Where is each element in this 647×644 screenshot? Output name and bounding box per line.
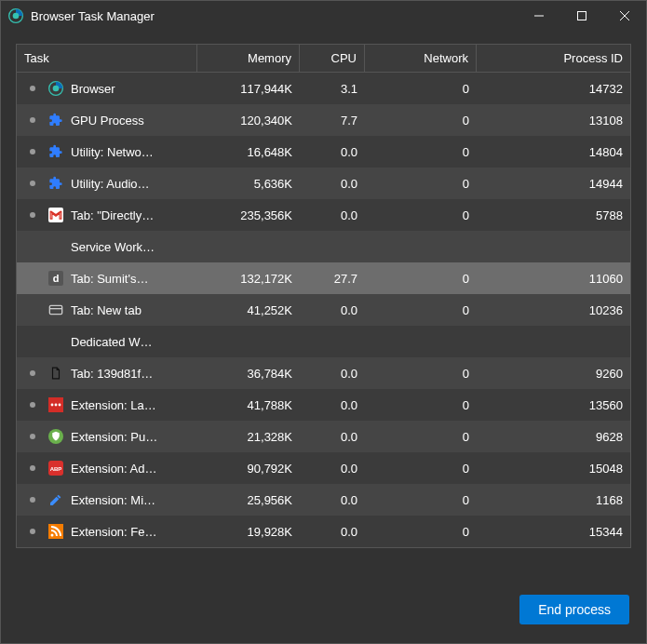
task-manager-window: Browser Task Manager Task Memory CPU Net… — [0, 0, 647, 644]
gmail-icon — [48, 208, 63, 222]
cell-task: Browser — [17, 81, 197, 96]
cell-task: dTab: Sumit's… — [17, 271, 197, 286]
cell-task: Extension: Pu… — [17, 429, 197, 444]
task-name: Tab: Sumit's… — [71, 272, 197, 286]
cell-cpu: 27.7 — [300, 262, 365, 294]
cell-cpu: 0.0 — [300, 484, 365, 516]
table-row[interactable]: Extension: La…41,788K0.0013560 — [17, 389, 630, 421]
cell-pid — [477, 326, 630, 357]
cell-pid: 5788 — [477, 199, 630, 231]
window-title: Browser Task Manager — [31, 9, 155, 23]
cell-task: Tab: "Directly… — [17, 208, 197, 222]
cell-cpu — [300, 326, 365, 357]
app-icon — [8, 8, 23, 23]
cell-memory: 235,356K — [197, 199, 300, 231]
col-header-cpu[interactable]: CPU — [300, 45, 365, 72]
cell-memory: 117,944K — [197, 73, 300, 104]
cell-memory: 120,340K — [197, 104, 300, 136]
task-name: Tab: New tab — [71, 303, 197, 317]
cell-memory: 19,928K — [197, 516, 300, 547]
cell-pid: 14804 — [477, 136, 630, 168]
table-row[interactable]: Dedicated W… — [17, 326, 630, 357]
lastpass-icon — [48, 397, 63, 412]
table-row[interactable]: Tab: "Directly…235,356K0.005788 — [17, 199, 630, 231]
abp-icon: ABP — [48, 461, 63, 476]
row-bullet — [24, 402, 41, 408]
table-row[interactable]: Tab: 139d81f…36,784K0.009260 — [17, 357, 630, 389]
cell-network — [365, 231, 477, 262]
footer: End process — [1, 576, 646, 643]
svg-text:ABP: ABP — [50, 466, 62, 472]
table-row[interactable]: dTab: Sumit's…132,172K27.7011060 — [17, 262, 630, 294]
end-process-button[interactable]: End process — [519, 595, 629, 624]
shield-icon — [48, 429, 63, 444]
puzzle-icon — [48, 144, 63, 159]
table-row[interactable]: Browser117,944K3.1014732 — [17, 73, 630, 104]
close-button[interactable] — [603, 1, 646, 31]
task-table: Task Memory CPU Network Process ID Brows… — [16, 44, 631, 548]
cell-memory: 41,252K — [197, 294, 300, 326]
cell-cpu: 0.0 — [300, 357, 365, 389]
cell-cpu: 3.1 — [300, 73, 365, 104]
cell-pid — [477, 231, 630, 262]
table-row[interactable]: Service Work… — [17, 231, 630, 262]
cell-cpu: 7.7 — [300, 104, 365, 136]
cell-cpu: 0.0 — [300, 199, 365, 231]
table-row[interactable]: Utility: Audio…5,636K0.0014944 — [17, 168, 630, 199]
cell-memory — [197, 326, 300, 357]
blank-icon — [48, 239, 63, 254]
grid-icon — [48, 302, 63, 317]
cell-cpu: 0.0 — [300, 168, 365, 199]
cell-pid: 10236 — [477, 294, 630, 326]
cell-network: 0 — [365, 452, 477, 484]
svg-point-13 — [55, 404, 58, 407]
cell-pid: 15048 — [477, 452, 630, 484]
cell-network: 0 — [365, 199, 477, 231]
row-bullet — [24, 465, 41, 471]
table-row[interactable]: GPU Process120,340K7.7013108 — [17, 104, 630, 136]
task-name: Tab: "Directly… — [71, 208, 197, 222]
task-name: Extension: Fe… — [71, 525, 197, 539]
task-name: Utility: Netwo… — [71, 145, 197, 159]
table-header: Task Memory CPU Network Process ID — [17, 45, 630, 73]
cell-network: 0 — [365, 516, 477, 547]
cell-network: 0 — [365, 484, 477, 516]
table-row[interactable]: Tab: New tab41,252K0.0010236 — [17, 294, 630, 326]
task-name: Extension: La… — [71, 398, 197, 412]
cell-task: GPU Process — [17, 113, 197, 127]
cell-cpu: 0.0 — [300, 452, 365, 484]
d-icon: d — [48, 271, 63, 286]
col-header-pid[interactable]: Process ID — [477, 45, 630, 72]
row-bullet — [24, 212, 41, 218]
col-header-task[interactable]: Task — [17, 45, 197, 72]
table-row[interactable]: Utility: Netwo…16,648K0.0014804 — [17, 136, 630, 168]
page-icon — [48, 366, 63, 381]
task-name: Tab: 139d81f… — [71, 367, 197, 381]
cell-cpu: 0.0 — [300, 294, 365, 326]
table-row[interactable]: Extension: Pu…21,328K0.009628 — [17, 421, 630, 452]
cell-task: Utility: Audio… — [17, 176, 197, 191]
cell-pid: 14732 — [477, 73, 630, 104]
col-header-network[interactable]: Network — [365, 45, 477, 72]
content-area: Task Memory CPU Network Process ID Brows… — [1, 31, 646, 576]
svg-rect-17 — [48, 524, 63, 539]
svg-point-12 — [51, 404, 54, 407]
svg-rect-3 — [578, 12, 586, 20]
titlebar[interactable]: Browser Task Manager — [1, 1, 646, 31]
col-header-memory[interactable]: Memory — [197, 45, 300, 72]
cell-network: 0 — [365, 357, 477, 389]
task-name: Browser — [71, 82, 197, 96]
cell-network: 0 — [365, 389, 477, 421]
maximize-button[interactable] — [560, 1, 603, 31]
svg-point-7 — [53, 86, 60, 92]
minimize-button[interactable] — [518, 1, 560, 31]
row-bullet — [24, 434, 41, 439]
blank-icon — [48, 334, 63, 349]
task-name: Utility: Audio… — [71, 177, 197, 191]
cell-pid: 1168 — [477, 484, 630, 516]
cell-task: Utility: Netwo… — [17, 144, 197, 159]
table-row[interactable]: Extension: Mi…25,956K0.001168 — [17, 484, 630, 516]
table-row[interactable]: Extension: Fe…19,928K0.0015344 — [17, 516, 630, 547]
table-row[interactable]: ABPExtension: Ad…90,792K0.0015048 — [17, 452, 630, 484]
svg-point-18 — [51, 534, 54, 537]
